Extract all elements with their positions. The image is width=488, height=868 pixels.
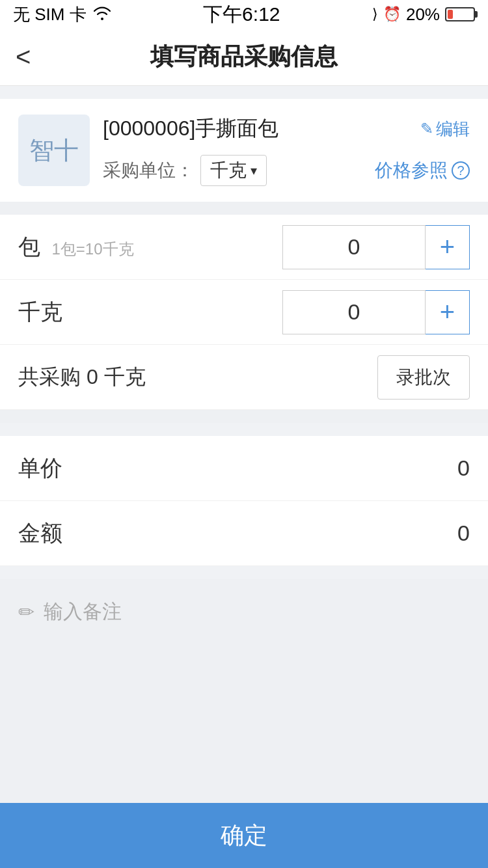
amount-value: 0 bbox=[457, 521, 470, 546]
batch-button[interactable]: 录批次 bbox=[377, 355, 470, 400]
bag-input-row: 包 1包=10千克 + bbox=[0, 215, 488, 280]
pencil-icon: ✏ bbox=[18, 601, 34, 623]
edit-icon: ✎ bbox=[420, 120, 433, 138]
summary-row: 共采购 0 千克 录批次 bbox=[0, 345, 488, 410]
price-label: 单价 bbox=[18, 454, 62, 483]
product-thumbnail: 智十 bbox=[18, 115, 90, 186]
alarm-icon: ⏰ bbox=[383, 6, 401, 23]
price-section: 单价 0 金额 0 bbox=[0, 436, 488, 566]
bag-sublabel: 1包=10千克 bbox=[51, 240, 133, 258]
confirm-button[interactable]: 确定 bbox=[0, 803, 488, 868]
info-icon: ? bbox=[452, 161, 470, 180]
bag-quantity-input[interactable] bbox=[282, 225, 426, 269]
back-button[interactable]: < bbox=[16, 42, 31, 72]
amount-label: 金额 bbox=[18, 519, 62, 549]
status-time: 下午6:12 bbox=[203, 1, 280, 28]
price-row: 单价 0 bbox=[0, 436, 488, 501]
location-icon: ⟩ bbox=[372, 6, 378, 23]
product-card: 智十 [0000006]手撕面包 ✎ 编辑 采购单位： 千 bbox=[0, 99, 488, 202]
kg-quantity-input[interactable] bbox=[282, 290, 426, 334]
status-right: ⟩ ⏰ 20% bbox=[372, 5, 475, 25]
price-value: 0 bbox=[457, 455, 470, 481]
bag-plus-button[interactable]: + bbox=[426, 225, 470, 269]
price-ref-button[interactable]: 价格参照 ? bbox=[375, 158, 470, 183]
section-divider-1 bbox=[0, 202, 488, 215]
battery-icon bbox=[445, 7, 475, 21]
remark-section[interactable]: ✏ 输入备注 bbox=[0, 579, 488, 644]
remark-placeholder: 输入备注 bbox=[44, 599, 122, 625]
kg-label: 千克 bbox=[18, 297, 109, 327]
kg-input-row: 千克 + bbox=[0, 280, 488, 345]
product-info: [0000006]手撕面包 ✎ 编辑 采购单位： 千克 ▾ bbox=[103, 115, 470, 186]
battery-percentage: 20% bbox=[406, 5, 440, 25]
amount-row: 金额 0 bbox=[0, 501, 488, 566]
status-left: 无 SIM 卡 bbox=[13, 3, 111, 26]
page-title: 填写商品采购信息 bbox=[150, 41, 338, 73]
summary-text: 共采购 0 千克 bbox=[18, 363, 146, 392]
unit-select[interactable]: 千克 ▾ bbox=[200, 155, 267, 186]
status-bar: 无 SIM 卡 下午6:12 ⟩ ⏰ 20% bbox=[0, 0, 488, 29]
product-logo: 智十 bbox=[29, 134, 79, 167]
bag-label: 包 1包=10千克 bbox=[18, 232, 134, 262]
wifi-icon bbox=[93, 5, 111, 25]
kg-plus-button[interactable]: + bbox=[426, 290, 470, 334]
edit-button[interactable]: ✎ 编辑 bbox=[420, 118, 470, 141]
product-name: [0000006]手撕面包 bbox=[103, 115, 278, 143]
section-divider-2 bbox=[0, 410, 488, 423]
no-sim-text: 无 SIM 卡 bbox=[13, 3, 87, 26]
unit-label: 采购单位： bbox=[103, 158, 194, 183]
input-section: 包 1包=10千克 + 千克 + 共采购 0 千克 录批次 bbox=[0, 215, 488, 410]
nav-bar: < 填写商品采购信息 bbox=[0, 29, 488, 86]
chevron-down-icon: ▾ bbox=[251, 163, 257, 178]
